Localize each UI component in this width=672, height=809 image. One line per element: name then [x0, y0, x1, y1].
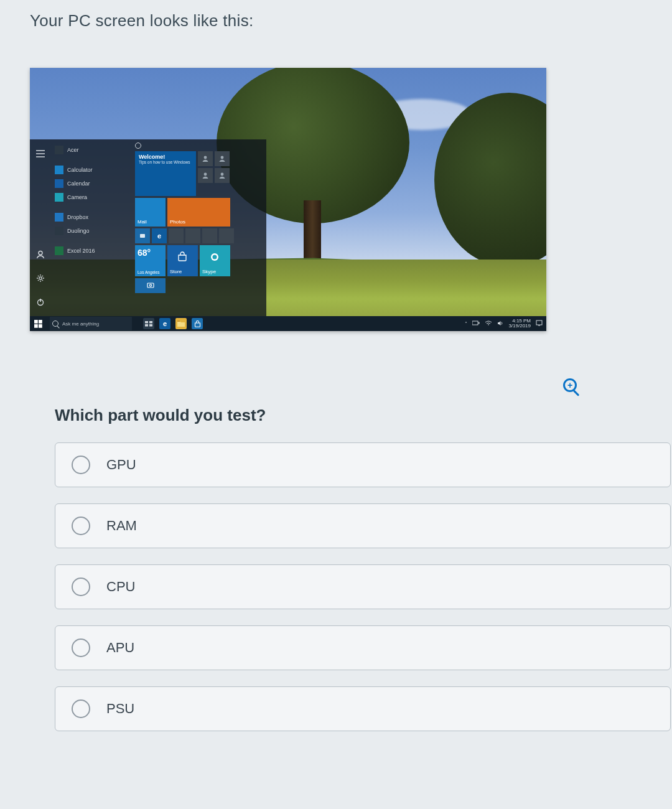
svg-rect-10 [147, 283, 154, 288]
answer-label: GPU [106, 457, 136, 473]
svg-rect-14 [34, 324, 38, 328]
taskbar-app-explorer-icon[interactable] [175, 318, 187, 329]
tile-label: Photos [170, 219, 185, 225]
start-menu-rail [30, 139, 51, 316]
app-label: Calendar [67, 180, 90, 187]
tile-store[interactable]: Store [167, 245, 198, 276]
app-tile-icon [55, 146, 63, 154]
svg-rect-15 [39, 324, 42, 328]
start-button-icon[interactable] [34, 319, 42, 328]
taskbar-date[interactable]: 3/19/2019 [508, 324, 531, 329]
radio-icon [72, 699, 90, 718]
tile-label: Skype [202, 269, 216, 274]
volume-icon[interactable] [497, 320, 503, 327]
answer-option[interactable]: CPU [55, 564, 671, 609]
answer-label: APU [106, 640, 134, 656]
svg-rect-17 [149, 321, 152, 324]
tile-weather[interactable]: 68° Los Angeles [135, 245, 166, 276]
taskbar-app-taskview-icon[interactable] [143, 318, 154, 329]
zoom-in-icon[interactable]: + [563, 378, 577, 392]
svg-point-0 [39, 251, 42, 255]
tile-photos[interactable]: Photos [167, 198, 230, 227]
hamburger-icon[interactable] [35, 148, 46, 159]
search-icon [52, 320, 58, 327]
question-prompt: Which part would you test? [55, 406, 672, 425]
taskbar-app-edge-icon[interactable]: e [159, 318, 170, 329]
tile-small[interactable] [135, 228, 150, 243]
app-label: Dropbox [67, 214, 88, 220]
svg-rect-16 [145, 321, 148, 324]
chevron-up-icon[interactable]: ˄ [465, 321, 467, 327]
svg-point-6 [221, 173, 224, 176]
svg-point-1 [39, 277, 42, 279]
answer-option[interactable]: APU [55, 625, 671, 670]
notifications-icon[interactable] [536, 320, 543, 328]
app-tile-icon [55, 179, 63, 188]
svg-point-9 [213, 255, 217, 260]
battery-icon[interactable] [472, 320, 480, 327]
answer-label: RAM [106, 518, 137, 534]
tile-edge[interactable]: e [152, 228, 167, 243]
tile-contact-icon[interactable] [198, 151, 213, 166]
app-tile-icon [55, 213, 63, 222]
app-tile-icon [55, 166, 63, 174]
app-label: Excel 2016 [67, 248, 95, 254]
tile-skype[interactable]: Skype [200, 245, 230, 276]
tile-small[interactable] [135, 278, 166, 293]
page-header-text: Your PC screen looks like this: [30, 11, 672, 30]
taskbar-search[interactable]: Ask me anything [50, 317, 132, 330]
app-tile-icon [55, 193, 63, 202]
start-menu-app[interactable]: Calendar [54, 177, 133, 190]
radio-icon [72, 517, 90, 535]
start-menu-app[interactable]: Calculator [54, 163, 133, 177]
svg-rect-20 [177, 320, 180, 322]
app-label: Camera [67, 194, 87, 200]
tile-mail[interactable]: Mail [135, 198, 166, 227]
svg-point-11 [149, 284, 151, 286]
tile-contact-icon[interactable] [215, 168, 230, 183]
cortana-circle-icon [135, 143, 141, 149]
answer-label: PSU [106, 701, 134, 717]
start-menu-app[interactable]: Acer [54, 143, 133, 157]
svg-rect-13 [39, 320, 42, 324]
start-menu: Acer Calculator Calendar Camera Dropbox … [30, 139, 266, 316]
start-menu-app[interactable]: Camera [54, 190, 133, 204]
tile-welcome[interactable]: Welcome! Tips on how to use Windows [135, 151, 196, 196]
tile-small[interactable] [219, 228, 234, 243]
app-label: Calculator [67, 167, 93, 173]
start-menu-app[interactable]: Excel 2016 [54, 244, 133, 258]
taskbar-pinned-apps: e [138, 318, 203, 329]
tile-subtitle: Tips on how to use Windows [139, 160, 190, 164]
tile-title: Welcome! [139, 154, 190, 160]
tile-contact-icon[interactable] [215, 151, 230, 166]
svg-point-4 [221, 156, 224, 159]
app-tile-icon [55, 246, 63, 255]
taskbar: Ask me anything e ˄ [30, 316, 546, 331]
tile-label: Store [170, 269, 182, 274]
answer-option[interactable]: GPU [55, 442, 671, 487]
question-block: Which part would you test? GPU RAM CPU A… [55, 406, 672, 731]
svg-rect-18 [145, 324, 148, 327]
taskbar-search-placeholder: Ask me anything [62, 321, 99, 327]
svg-rect-7 [140, 234, 145, 238]
radio-icon [72, 456, 90, 474]
app-label: Duolingo [67, 228, 90, 234]
answer-label: CPU [106, 579, 135, 595]
start-menu-app[interactable]: Duolingo [54, 224, 133, 238]
answer-option[interactable]: PSU [55, 686, 671, 731]
taskbar-app-store-icon[interactable] [192, 318, 203, 329]
gear-icon[interactable] [35, 273, 46, 284]
tile-contact-icon[interactable] [198, 168, 213, 183]
tile-small[interactable] [185, 228, 200, 243]
user-icon[interactable] [35, 249, 46, 260]
start-menu-app[interactable]: Dropbox [54, 210, 133, 224]
weather-city: Los Angeles [138, 270, 159, 274]
svg-rect-12 [34, 320, 38, 324]
start-menu-app-list: Acer Calculator Calendar Camera Dropbox … [51, 139, 135, 316]
wifi-icon[interactable] [485, 320, 492, 327]
power-icon[interactable] [35, 296, 46, 307]
radio-icon [72, 638, 90, 657]
tile-small[interactable] [169, 228, 184, 243]
answer-option[interactable]: RAM [55, 503, 671, 548]
tile-small[interactable] [202, 228, 217, 243]
